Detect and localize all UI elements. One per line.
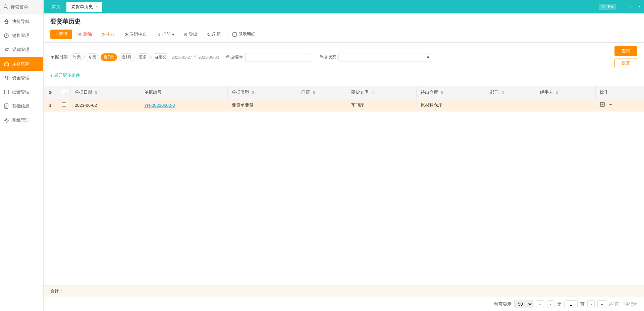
col-handler[interactable]: 经手人 ⇅ (536, 86, 596, 99)
col-checkbox[interactable] (57, 86, 70, 99)
row-index-value: 1 (49, 103, 51, 108)
chart-icon (3, 33, 9, 39)
filter-bill-no-item: 单据编号 (226, 53, 312, 61)
col-bill-no[interactable]: 单据编号 ⇅ (140, 86, 227, 99)
sidebar-item-ops-mgmt[interactable]: 经营管理 (0, 85, 43, 99)
filter-date-item: 单据日期 昨天 今天 近7天 近1月 更多 自定义 2023-05-27 至 2… (50, 53, 219, 61)
date-btn-custom[interactable]: 自定义 (151, 53, 169, 61)
row-checkbox-cell[interactable] (57, 99, 70, 112)
date-btn-1month[interactable]: 近1月 (118, 53, 135, 61)
cancel-stop-icon: ⊗ (124, 32, 128, 37)
sidebar-item-label: 经营管理 (12, 89, 30, 95)
last-page-btn[interactable]: » (597, 300, 606, 308)
main-content: 首页 要货单历史 × OfTEn — □ × 要货单历史 + 新增 ⊗ 删除 ⊘… (44, 0, 644, 311)
sidebar-search[interactable]: 搜索菜单 (0, 0, 43, 14)
delete-button[interactable]: ⊗ 删除 (75, 30, 95, 39)
tab-home[interactable]: 首页 (47, 2, 65, 12)
window-max-icon[interactable]: □ (631, 4, 633, 9)
prev-page-btn[interactable]: ‹ (547, 300, 554, 308)
col-dept[interactable]: 部门 ⇅ (486, 86, 536, 99)
sidebar: 搜索菜单 快捷导航 销售管理 采购管理 库存核算 资金管理 经营管理 (0, 0, 44, 311)
new-button[interactable]: + 新增 (50, 30, 72, 39)
date-btn-yesterday[interactable]: 昨天 (70, 53, 84, 61)
print-label: 打印 (162, 31, 171, 37)
settings-button[interactable]: 设置 (614, 58, 637, 68)
table-container[interactable]: ⚙ 单据日期 ⇅ 单据编号 ⇅ 单据类型 ⇅ (44, 86, 644, 285)
display-detail-checkbox[interactable] (232, 32, 237, 37)
refresh-button[interactable]: ↻ 刷新 (204, 30, 224, 39)
row-req-warehouse: 车间库 (347, 99, 416, 112)
sort-icon-bill-date: ⇅ (95, 91, 97, 94)
display-detail-label[interactable]: 显示明细 (232, 31, 256, 37)
next-page-btn[interactable]: › (587, 300, 595, 308)
bill-status-dropdown[interactable]: ▾ (338, 53, 432, 61)
row-edit-icon[interactable] (600, 102, 605, 108)
topbar-right: OfTEn — □ × (599, 4, 641, 10)
toolbar-separator (228, 31, 228, 38)
sidebar-item-purchase-mgmt[interactable]: 采购管理 (0, 43, 43, 57)
sidebar-item-quick-nav[interactable]: 快捷导航 (0, 14, 43, 29)
tab-history[interactable]: 要货单历史 × (66, 2, 102, 12)
table-footer: 合计： (44, 285, 644, 297)
query-button[interactable]: 查询 (614, 46, 637, 56)
shopping-icon (3, 47, 9, 53)
page-size-select[interactable]: 20 50 100 (514, 300, 533, 308)
sidebar-item-sales-mgmt[interactable]: 销售管理 (0, 29, 43, 43)
col-bill-no-label: 单据编号 (144, 90, 162, 95)
export-icon: ⊙ (184, 32, 187, 37)
bill-no-input[interactable] (245, 53, 312, 61)
settings-col-icon: ⚙ (48, 90, 52, 95)
stop-button[interactable]: ⊘ 中止 (98, 30, 118, 39)
search-icon (3, 4, 9, 10)
row-bill-no-link[interactable]: YH-20230602-0 (144, 103, 175, 108)
col-store[interactable]: 门店 ⇅ (297, 86, 347, 99)
first-page-btn[interactable]: « (536, 300, 544, 308)
col-pending-warehouse[interactable]: 待出仓库 ⇅ (417, 86, 486, 99)
window-min-icon[interactable]: — (621, 4, 625, 9)
pagination: 每页显示 20 50 100 « ‹ 第 页 › » 共1页，1条记录 (44, 297, 644, 311)
svg-rect-6 (4, 63, 8, 66)
svg-point-5 (7, 51, 8, 51)
row-dept (486, 99, 536, 112)
col-settings[interactable]: ⚙ (44, 86, 57, 99)
refresh-icon: ↻ (207, 32, 211, 37)
print-button[interactable]: 🖨 打印 ▾ (153, 30, 178, 39)
svg-point-14 (6, 120, 7, 121)
col-req-warehouse[interactable]: 要货仓库 ⇅ (347, 86, 416, 99)
sort-icon-dept: ⇅ (501, 91, 504, 94)
sidebar-item-basic-info[interactable]: 基础信息 (0, 99, 43, 113)
table-row[interactable]: 1 2023-06-02 YH-20230602-0 要货单要货 (44, 99, 644, 112)
filter-bill-status-label: 单据状态 (319, 54, 336, 60)
tab-home-label: 首页 (52, 4, 60, 10)
select-all-checkbox[interactable] (62, 90, 66, 94)
col-bill-type[interactable]: 单据类型 ⇅ (227, 86, 297, 99)
export-button[interactable]: ⊙ 导出 (180, 30, 201, 39)
row-pending-warehouse: 原材料仓库 (417, 99, 486, 112)
stop-label: 中止 (106, 31, 115, 37)
sidebar-item-finance-mgmt[interactable]: 资金管理 (0, 71, 43, 85)
svg-point-0 (4, 5, 7, 8)
page-number-input[interactable] (564, 300, 578, 308)
expand-conditions-btn[interactable]: ▾ 展开更多条件 (50, 71, 80, 80)
col-bill-type-label: 单据类型 (232, 90, 249, 95)
col-bill-date[interactable]: 单据日期 ⇅ (70, 86, 140, 99)
window-close-icon[interactable]: × (638, 4, 641, 9)
page-size-label: 每页显示 (494, 301, 512, 307)
table-header-row: ⚙ 单据日期 ⇅ 单据编号 ⇅ 单据类型 ⇅ (44, 86, 644, 99)
stop-icon: ⊘ (101, 32, 105, 37)
row-bill-no[interactable]: YH-20230602-0 (140, 99, 227, 112)
col-bill-date-label: 单据日期 (75, 90, 92, 95)
tab-close-icon[interactable]: × (96, 5, 98, 9)
row-checkbox[interactable] (62, 102, 66, 107)
cancel-stop-button[interactable]: ⊗ 取消中止 (121, 30, 150, 39)
sidebar-item-inventory-calc[interactable]: 库存核算 (0, 57, 43, 71)
date-btn-today[interactable]: 今天 (85, 53, 99, 61)
date-btn-more[interactable]: 更多 (136, 53, 150, 61)
filter-area: 单据日期 昨天 今天 近7天 近1月 更多 自定义 2023-05-27 至 2… (44, 43, 644, 86)
row-actions-cell (596, 99, 644, 112)
sidebar-item-sys-mgmt[interactable]: 系统管理 (0, 113, 43, 127)
row-more-icon[interactable] (608, 102, 613, 108)
svg-rect-7 (5, 78, 8, 80)
row-actions (600, 102, 640, 108)
date-btn-7days[interactable]: 近7天 (101, 53, 117, 61)
